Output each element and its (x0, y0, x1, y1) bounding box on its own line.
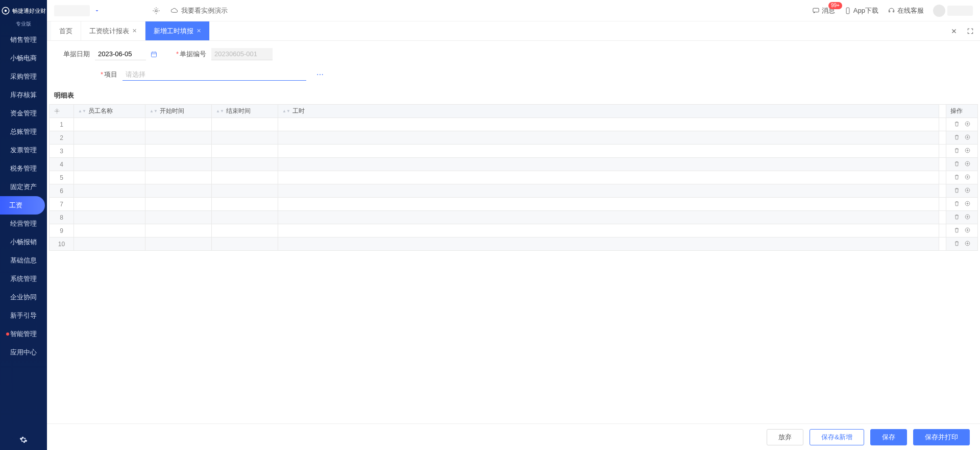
fullscreen-button[interactable] (965, 26, 976, 37)
sidebar-item-1[interactable]: 小畅电商 (0, 49, 47, 67)
project-lookup-button[interactable]: ⋯ (316, 70, 324, 79)
row-add-button[interactable] (964, 147, 971, 154)
cell-employee[interactable] (74, 224, 145, 238)
row-delete-button[interactable] (953, 160, 960, 167)
cell-employee[interactable] (74, 158, 145, 171)
cell-end[interactable] (212, 198, 278, 211)
app-download-button[interactable]: App下载 (844, 6, 878, 15)
cell-employee[interactable] (74, 131, 145, 145)
cell-employee[interactable] (74, 184, 145, 198)
cell-hours[interactable] (278, 158, 939, 171)
cell-end[interactable] (212, 158, 278, 171)
row-delete-button[interactable] (953, 174, 960, 180)
cell-start[interactable] (145, 224, 212, 238)
tab-close-button[interactable]: ✕ (197, 28, 201, 34)
sidebar-item-12[interactable]: 基础信息 (0, 251, 47, 270)
sidebar-item-11[interactable]: 小畅报销 (0, 233, 47, 251)
cell-hours[interactable] (278, 131, 939, 145)
row-add-button[interactable] (964, 160, 971, 167)
cell-start[interactable] (145, 131, 212, 145)
date-input[interactable] (95, 48, 146, 60)
row-delete-button[interactable] (953, 214, 960, 220)
cell-start[interactable] (145, 118, 212, 131)
sidebar-item-14[interactable]: 企业协同 (0, 288, 47, 306)
sidebar-item-7[interactable]: 税务管理 (0, 159, 47, 178)
row-delete-button[interactable] (953, 187, 960, 194)
calendar-icon[interactable] (150, 51, 158, 58)
tab-close-button[interactable]: ✕ (132, 28, 137, 34)
cell-start[interactable] (145, 145, 212, 158)
tab-2[interactable]: 新增工时填报✕ (145, 21, 210, 40)
tab-1[interactable]: 工资统计报表✕ (81, 21, 145, 40)
row-add-button[interactable] (964, 200, 971, 207)
cell-hours[interactable] (278, 211, 939, 224)
cell-end[interactable] (212, 224, 278, 238)
row-delete-button[interactable] (953, 147, 960, 154)
row-add-button[interactable] (964, 214, 971, 220)
cell-hours[interactable] (278, 224, 939, 238)
row-delete-button[interactable] (953, 240, 960, 247)
row-delete-button[interactable] (953, 121, 960, 127)
cell-start[interactable] (145, 158, 212, 171)
col-hours[interactable]: ▲▼工时 (278, 105, 939, 118)
cell-hours[interactable] (278, 145, 939, 158)
cell-hours[interactable] (278, 238, 939, 251)
org-selector[interactable] (54, 5, 146, 16)
sidebar-item-10[interactable]: 经营管理 (0, 215, 47, 233)
demo-link[interactable]: 我要看实例演示 (170, 6, 228, 15)
tab-close-all-button[interactable] (948, 26, 960, 37)
cell-end[interactable] (212, 211, 278, 224)
row-add-button[interactable] (964, 240, 971, 247)
support-button[interactable]: 在线客服 (888, 6, 924, 15)
row-delete-button[interactable] (953, 200, 960, 207)
messages-button[interactable]: 消息 99+ (812, 6, 835, 15)
col-start[interactable]: ▲▼开始时间 (145, 105, 212, 118)
cell-employee[interactable] (74, 238, 145, 251)
save-and-print-button[interactable]: 保存并打印 (913, 429, 970, 445)
cell-end[interactable] (212, 171, 278, 184)
cell-start[interactable] (145, 198, 212, 211)
user-menu[interactable] (933, 5, 973, 17)
sidebar-item-15[interactable]: 新手引导 (0, 306, 47, 325)
col-settings[interactable] (50, 105, 74, 118)
cell-employee[interactable] (74, 198, 145, 211)
sidebar-item-6[interactable]: 发票管理 (0, 141, 47, 159)
col-end[interactable]: ▲▼结束时间 (212, 105, 278, 118)
cell-end[interactable] (212, 118, 278, 131)
tab-0[interactable]: 首页 (51, 21, 81, 40)
cell-hours[interactable] (278, 171, 939, 184)
discard-button[interactable]: 放弃 (767, 429, 803, 445)
sidebar-item-4[interactable]: 资金管理 (0, 104, 47, 123)
sidebar-item-2[interactable]: 采购管理 (0, 67, 47, 86)
cell-start[interactable] (145, 184, 212, 198)
row-add-button[interactable] (964, 121, 971, 127)
sidebar-item-16[interactable]: 智能管理 (0, 325, 47, 343)
cell-start[interactable] (145, 238, 212, 251)
row-add-button[interactable] (964, 174, 971, 180)
cell-hours[interactable] (278, 198, 939, 211)
project-input[interactable] (122, 68, 306, 81)
cell-hours[interactable] (278, 184, 939, 198)
sidebar-item-9[interactable]: 工资 (0, 196, 45, 215)
cell-employee[interactable] (74, 171, 145, 184)
row-add-button[interactable] (964, 227, 971, 233)
cell-employee[interactable] (74, 211, 145, 224)
save-button[interactable]: 保存 (870, 429, 907, 445)
row-add-button[interactable] (964, 134, 971, 140)
cell-end[interactable] (212, 131, 278, 145)
sidebar-item-0[interactable]: 销售管理 (0, 31, 47, 49)
row-delete-button[interactable] (953, 227, 960, 233)
sidebar-item-8[interactable]: 固定资产 (0, 178, 47, 196)
topbar-settings-button[interactable] (152, 7, 160, 15)
sidebar-item-5[interactable]: 总账管理 (0, 123, 47, 141)
cell-end[interactable] (212, 145, 278, 158)
cell-end[interactable] (212, 184, 278, 198)
cell-employee[interactable] (74, 145, 145, 158)
sidebar-item-3[interactable]: 库存核算 (0, 86, 47, 104)
row-add-button[interactable] (964, 187, 971, 194)
sidebar-settings-button[interactable] (0, 430, 47, 450)
col-employee[interactable]: ▲▼员工名称 (74, 105, 145, 118)
sidebar-item-17[interactable]: 应用中心 (0, 343, 47, 362)
cell-employee[interactable] (74, 118, 145, 131)
cell-start[interactable] (145, 171, 212, 184)
